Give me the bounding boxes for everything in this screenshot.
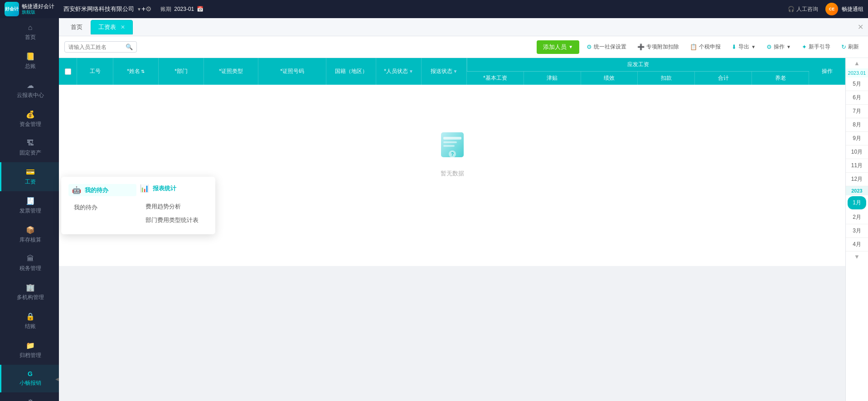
top-bar: 好会计 畅捷通好会计 旗舰版 西安虾米网络科技有限公司 ▼ + ⚙ 账期 202… xyxy=(0,0,868,18)
company-dropdown-arrow: ▼ xyxy=(137,7,141,12)
month-nav-up[interactable]: ▲ xyxy=(846,58,868,68)
th-allowance: 津贴 xyxy=(524,72,581,85)
calendar-icon[interactable]: 📅 xyxy=(197,6,204,12)
select-all-checkbox[interactable] xyxy=(65,68,71,75)
month-item-12[interactable]: 12月 xyxy=(846,173,868,186)
month-item-5[interactable]: 5月 xyxy=(846,77,868,91)
name-sort-icon[interactable]: ⇅ xyxy=(141,69,145,74)
new-guide-toolbar-icon: ✦ xyxy=(802,43,807,50)
avatar: CE xyxy=(825,3,838,15)
sidebar-item-payroll[interactable]: 💳 工资 xyxy=(0,162,59,191)
th-total: 合计 xyxy=(695,72,752,85)
sidebar-item-inventory[interactable]: 📦 库存核算 xyxy=(0,220,59,249)
ledger-icon: 📒 xyxy=(26,52,35,61)
popup-section2-title: 报表统计 xyxy=(153,184,176,193)
popup-section-pending[interactable]: 🤖 我的待办 xyxy=(68,184,136,196)
sidebar-label: 多机构管理 xyxy=(17,294,44,301)
new-guide-button[interactable]: ✦ 新手引导 xyxy=(798,41,834,53)
sidebar-label: 税务管理 xyxy=(19,265,41,272)
month-item-10[interactable]: 10月 xyxy=(846,145,868,159)
sidebar-item-basic-settings[interactable]: ⚙ 基础设置 xyxy=(0,392,59,401)
popup-item-dept-cost[interactable]: 部门费用类型统计表 xyxy=(140,213,208,227)
popup-item-pending[interactable]: 我的待办 xyxy=(68,201,136,214)
sidebar: ⌂ 首页 📒 总账 ☁ 云报表中心 💰 资金管理 🏗 固定资产 💳 工资 xyxy=(0,18,59,401)
sidebar-item-tax[interactable]: 🏛 税务管理 xyxy=(0,249,59,278)
tab-home[interactable]: 首页 xyxy=(63,20,90,34)
popup-item-cost-trend[interactable]: 费用趋势分析 xyxy=(140,200,208,213)
month-item-9[interactable]: 9月 xyxy=(846,132,868,145)
app-logo: 好会计 xyxy=(5,2,19,16)
search-input[interactable] xyxy=(68,44,123,50)
month-item-2[interactable]: 2月 xyxy=(846,211,868,224)
sidebar-item-multi-org[interactable]: 🏢 多机构管理 xyxy=(0,278,59,307)
svg-rect-1 xyxy=(443,137,461,140)
individual-tax-button[interactable]: 📋 个税申报 xyxy=(686,41,724,53)
sidebar-label: 结账 xyxy=(25,323,36,330)
sidebar-item-invoice[interactable]: 🧾 发票管理 xyxy=(0,191,59,220)
sidebar-item-fixed-assets[interactable]: 🏗 固定资产 xyxy=(0,134,59,162)
sidebar-label: 发票管理 xyxy=(19,207,41,215)
month-item-6[interactable]: 6月 xyxy=(846,91,868,105)
close-window-button[interactable]: ✕ xyxy=(858,23,863,31)
sidebar-item-fund[interactable]: 💰 资金管理 xyxy=(0,105,59,134)
refresh-button[interactable]: ↻ 刷新 xyxy=(838,41,863,53)
customer-service-button[interactable]: 🎧 人工咨询 xyxy=(788,5,818,13)
th-bonus: 绩效 xyxy=(581,72,638,85)
period-value: 2023-01 xyxy=(174,6,194,12)
wage-group-title: 应发工资 xyxy=(467,58,809,72)
fixed-assets-icon: 🏗 xyxy=(27,139,34,147)
th-dept: *部门 xyxy=(159,58,204,85)
company-name: 西安虾米网络科技有限公司 xyxy=(63,5,134,13)
social-security-button[interactable]: ⚙ 统一社保设置 xyxy=(583,41,630,53)
settings-button[interactable]: ⚙ xyxy=(145,5,151,13)
xiaochang-icon: G xyxy=(28,370,33,377)
expand-icon: ◀ xyxy=(55,376,59,381)
sidebar-item-close-account[interactable]: 🔒 结账 xyxy=(0,307,59,336)
month-item-11[interactable]: 11月 xyxy=(846,159,868,173)
export-button[interactable]: ⬇ 导出 ▼ xyxy=(728,41,759,53)
company-selector[interactable]: 西安虾米网络科技有限公司 ▼ xyxy=(63,5,141,13)
sidebar-label: 首页 xyxy=(25,34,36,41)
popup-section-report[interactable]: 📊 报表统计 xyxy=(140,184,208,195)
add-person-button[interactable]: 添加人员 ▼ xyxy=(537,40,579,54)
report-status-filter-icon[interactable]: ▼ xyxy=(453,69,458,74)
sidebar-item-xiaochang[interactable]: G 小畅报销 ◀ xyxy=(0,365,59,392)
month-item-7[interactable]: 7月 xyxy=(846,105,868,118)
month-item-8[interactable]: 8月 xyxy=(846,118,868,132)
month-item-4[interactable]: 4月 xyxy=(846,238,868,251)
sidebar-label: 工资 xyxy=(25,178,36,186)
month-item-1-active[interactable]: 1月 xyxy=(848,196,866,210)
special-deduction-button[interactable]: ➕ 专项附加扣除 xyxy=(634,41,683,53)
tab-bar: 首页 工资表 ✕ ✕ xyxy=(59,18,868,36)
th-report-status: 报送状态 ▼ xyxy=(422,58,467,85)
sidebar-item-archive[interactable]: 📁 归档管理 xyxy=(0,336,59,365)
sidebar-item-cloud-report[interactable]: ☁ 云报表中心 xyxy=(0,76,59,105)
operations-button[interactable]: ⚙ 操作 ▼ xyxy=(763,41,795,53)
payroll-icon: 💳 xyxy=(26,168,35,176)
tab-payroll-table[interactable]: 工资表 ✕ xyxy=(91,20,133,34)
tab-close-button[interactable]: ✕ xyxy=(121,24,125,30)
th-id-num: *证照号码 xyxy=(258,58,326,85)
popup-content: 🤖 我的待办 我的待办 📊 报表统计 费用趋势分析 部门费用类型统计表 xyxy=(68,184,208,227)
th-name[interactable]: *姓名 ⇅ xyxy=(113,58,159,85)
cloud-icon: ☁ xyxy=(27,81,34,90)
svg-rect-2 xyxy=(443,141,457,143)
th-person-status: *人员状态 ▼ xyxy=(376,58,422,85)
operations-icon: ⚙ xyxy=(766,43,772,50)
social-security-icon: ⚙ xyxy=(587,43,592,50)
search-icon[interactable]: 🔍 xyxy=(126,43,133,50)
export-dropdown-arrow: ▼ xyxy=(751,44,756,49)
add-company-button[interactable]: + xyxy=(141,5,145,13)
sidebar-item-home[interactable]: ⌂ 首页 xyxy=(0,18,59,47)
tab-payroll-label: 工资表 xyxy=(98,24,116,30)
sidebar-label: 固定资产 xyxy=(19,149,41,157)
close-account-icon: 🔒 xyxy=(26,312,35,321)
month-nav-down[interactable]: ▼ xyxy=(846,251,868,262)
pending-icon: 🤖 xyxy=(72,186,81,194)
th-checkbox[interactable] xyxy=(59,58,77,85)
month-sidebar: ▲ 2023.01 5月 6月 7月 8月 9月 10月 11月 12月 202… xyxy=(845,58,868,401)
month-item-3[interactable]: 3月 xyxy=(846,224,868,238)
sidebar-item-ledger[interactable]: 📒 总账 xyxy=(0,47,59,76)
fund-icon: 💰 xyxy=(26,110,35,119)
person-status-filter-icon[interactable]: ▼ xyxy=(409,69,413,74)
